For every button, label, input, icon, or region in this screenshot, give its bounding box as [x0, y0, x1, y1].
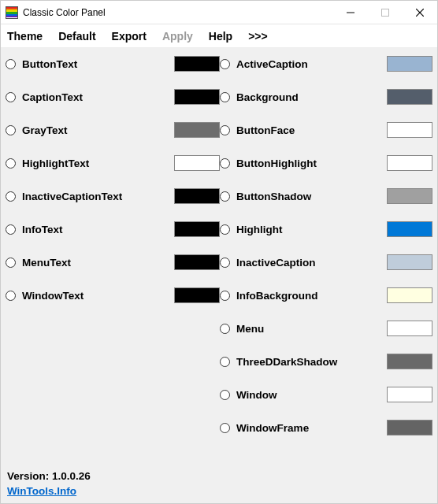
swatch-captiontext[interactable]: [174, 89, 220, 105]
color-item-windowframe: WindowFrame: [220, 420, 432, 435]
label-infotext: InfoText: [22, 224, 169, 235]
right-column: ActiveCaptionBackgroundButtonFaceButtonH…: [220, 53, 432, 497]
label-highlighttext: HighlightText: [22, 158, 169, 169]
menu-more[interactable]: >>>: [248, 30, 268, 43]
radio-buttonhighlight[interactable]: [220, 158, 230, 169]
swatch-infotext[interactable]: [174, 221, 220, 237]
label-captiontext: CaptionText: [22, 91, 169, 103]
minimize-button[interactable]: [333, 1, 368, 24]
label-background: Background: [236, 91, 382, 103]
color-item-buttonhighlight: ButtonHighlight: [220, 155, 432, 171]
color-item-window: Window: [220, 387, 432, 402]
label-inactivecaptiontext: InactiveCaptionText: [22, 191, 169, 202]
label-activecaption: ActiveCaption: [236, 58, 382, 70]
menu-default[interactable]: Default: [58, 30, 95, 43]
maximize-button: [368, 1, 403, 24]
swatch-inactivecaption[interactable]: [387, 254, 432, 270]
color-item-menutext: MenuText: [6, 254, 220, 270]
radio-menu[interactable]: [220, 324, 230, 334]
label-buttonface: ButtonFace: [236, 124, 382, 136]
swatch-menu[interactable]: [387, 321, 432, 336]
svg-rect-1: [382, 9, 389, 16]
radio-buttonface[interactable]: [220, 125, 230, 135]
label-menutext: MenuText: [22, 257, 169, 269]
label-windowtext: WindowText: [22, 290, 169, 302]
label-menu: Menu: [236, 323, 382, 335]
swatch-windowtext[interactable]: [174, 287, 220, 303]
app-icon: [6, 6, 18, 19]
radio-threeddarkshadow[interactable]: [220, 357, 230, 367]
label-buttontext: ButtonText: [22, 58, 169, 70]
swatch-threeddarkshadow[interactable]: [387, 354, 432, 369]
swatch-buttonhighlight[interactable]: [387, 155, 432, 171]
radio-highlight[interactable]: [220, 224, 230, 235]
swatch-buttonshadow[interactable]: [387, 188, 432, 204]
swatch-inactivecaptiontext[interactable]: [174, 188, 220, 204]
swatch-background[interactable]: [387, 89, 432, 105]
footer: Version: 1.0.0.26 WinTools.Info: [7, 470, 91, 497]
menu-apply[interactable]: Apply: [162, 30, 193, 43]
label-buttonshadow: ButtonShadow: [236, 191, 382, 202]
content-area: ButtonTextCaptionTextGrayTextHighlightTe…: [1, 48, 437, 503]
radio-inactivecaptiontext[interactable]: [6, 191, 16, 202]
radio-highlighttext[interactable]: [6, 158, 16, 169]
menu-export[interactable]: Export: [112, 30, 147, 43]
swatch-window[interactable]: [387, 387, 432, 402]
color-item-captiontext: CaptionText: [6, 89, 220, 105]
swatch-highlight[interactable]: [387, 221, 432, 237]
left-column: ButtonTextCaptionTextGrayTextHighlightTe…: [6, 53, 220, 497]
color-item-highlighttext: HighlightText: [6, 155, 220, 171]
version-label: Version: 1.0.0.26: [7, 470, 91, 482]
label-windowframe: WindowFrame: [236, 422, 382, 434]
radio-buttonshadow[interactable]: [220, 191, 230, 202]
label-highlight: Highlight: [236, 224, 382, 235]
label-inactivecaption: InactiveCaption: [236, 257, 382, 269]
window-title: Classic Color Panel: [23, 7, 106, 18]
color-item-inactivecaption: InactiveCaption: [220, 254, 432, 270]
color-item-menu: Menu: [220, 321, 432, 336]
menu-theme[interactable]: Theme: [7, 30, 43, 43]
radio-activecaption[interactable]: [220, 59, 230, 69]
radio-background[interactable]: [220, 92, 230, 102]
radio-windowtext[interactable]: [6, 291, 16, 301]
swatch-graytext[interactable]: [174, 122, 220, 138]
color-item-buttonface: ButtonFace: [220, 122, 432, 138]
label-infobackground: InfoBackground: [236, 290, 382, 302]
close-button[interactable]: [403, 1, 437, 24]
radio-infotext[interactable]: [6, 224, 16, 235]
color-item-infobackground: InfoBackground: [220, 287, 432, 303]
color-item-inactivecaptiontext: InactiveCaptionText: [6, 188, 220, 204]
label-buttonhighlight: ButtonHighlight: [236, 158, 382, 169]
radio-windowframe[interactable]: [220, 423, 230, 433]
radio-inactivecaption[interactable]: [220, 258, 230, 268]
swatch-buttontext[interactable]: [174, 56, 220, 72]
radio-infobackground[interactable]: [220, 291, 230, 301]
radio-window[interactable]: [220, 390, 230, 400]
color-item-infotext: InfoText: [6, 221, 220, 237]
color-item-buttonshadow: ButtonShadow: [220, 188, 432, 204]
swatch-highlighttext[interactable]: [174, 155, 220, 171]
radio-captiontext[interactable]: [6, 92, 16, 102]
color-item-windowtext: WindowText: [6, 287, 220, 303]
label-graytext: GrayText: [22, 124, 169, 136]
color-item-threeddarkshadow: ThreeDDarkShadow: [220, 354, 432, 369]
menu-help[interactable]: Help: [209, 30, 232, 43]
label-window: Window: [236, 389, 382, 401]
label-threeddarkshadow: ThreeDDarkShadow: [236, 356, 382, 368]
color-item-background: Background: [220, 89, 432, 105]
swatch-buttonface[interactable]: [387, 122, 432, 138]
radio-menutext[interactable]: [6, 258, 16, 268]
color-item-highlight: Highlight: [220, 221, 432, 237]
website-link[interactable]: WinTools.Info: [7, 485, 91, 497]
color-item-buttontext: ButtonText: [6, 56, 220, 72]
swatch-activecaption[interactable]: [387, 56, 432, 72]
swatch-infobackground[interactable]: [387, 287, 432, 303]
menubar: Theme Default Export Apply Help >>>: [1, 24, 437, 48]
titlebar[interactable]: Classic Color Panel: [1, 1, 437, 24]
swatch-windowframe[interactable]: [387, 420, 432, 435]
radio-graytext[interactable]: [6, 125, 16, 135]
color-item-graytext: GrayText: [6, 122, 220, 138]
swatch-menutext[interactable]: [174, 254, 220, 270]
radio-buttontext[interactable]: [6, 59, 16, 69]
color-item-activecaption: ActiveCaption: [220, 56, 432, 72]
